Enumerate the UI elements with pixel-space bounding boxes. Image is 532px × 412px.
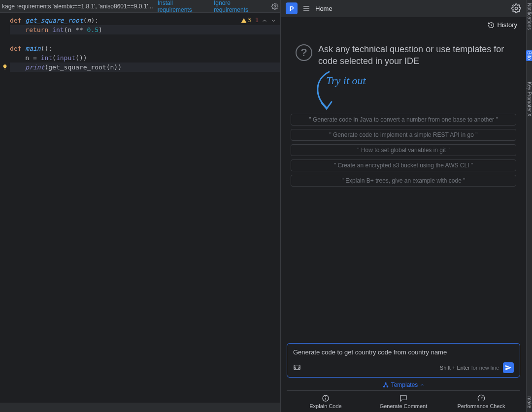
- prompt-input[interactable]: Generate code to get country code from c…: [293, 349, 514, 357]
- intro-block: ? Ask any technical question or use temp…: [281, 29, 526, 67]
- info-icon: [322, 394, 330, 402]
- assistant-header: P Home: [281, 0, 526, 17]
- code-line[interactable]: n = int(input()): [10, 53, 280, 63]
- history-button[interactable]: History: [281, 17, 526, 29]
- suggestion-item[interactable]: " Explain B+ trees, give an example with…: [291, 175, 516, 187]
- chevron-up-icon[interactable]: [262, 18, 267, 24]
- home-tab[interactable]: Home: [315, 5, 332, 12]
- svg-point-0: [274, 5, 275, 7]
- warning-count[interactable]: 3: [241, 16, 251, 25]
- svg-point-13: [326, 397, 326, 397]
- send-icon: [505, 364, 512, 371]
- editor-footer: [0, 403, 280, 412]
- code-line[interactable]: [10, 34, 280, 44]
- menu-icon[interactable]: [302, 4, 310, 12]
- code-line[interactable]: print(get_square_root(n)): [10, 63, 280, 72]
- templates-toggle[interactable]: Templates: [287, 378, 520, 390]
- explain-code-button[interactable]: Explain Code: [287, 391, 365, 412]
- code-line[interactable]: def get_square_root(n):: [10, 16, 280, 25]
- code-snippet-icon[interactable]: [293, 364, 301, 372]
- settings-icon[interactable]: [511, 3, 521, 13]
- gear-icon[interactable]: [271, 3, 278, 10]
- history-icon: [488, 22, 495, 29]
- intro-text: Ask any technical question or use templa…: [318, 43, 511, 67]
- chevron-up-icon: [420, 382, 425, 387]
- code-line[interactable]: return int(n ** 0.5): [10, 25, 280, 34]
- requirements-text: kage requirements 'alembic==1.8.1', 'ani…: [2, 3, 153, 10]
- hint-text: Shift + Enter for new line: [440, 365, 499, 371]
- prompt-box: Generate code to get country code from c…: [287, 343, 520, 378]
- assistant-pane: P Home History ? Ask any technical quest…: [281, 0, 526, 412]
- send-button[interactable]: [503, 362, 514, 373]
- svg-point-4: [515, 7, 518, 10]
- templates-icon: [382, 381, 389, 388]
- side-tab-keypromoter[interactable]: Key Promoter X: [527, 81, 532, 118]
- side-tab-make[interactable]: make: [527, 395, 532, 409]
- question-icon: ?: [296, 44, 312, 61]
- suggestion-list: " Generate code in Java to convert a num…: [281, 114, 526, 187]
- arrow-icon: [309, 69, 339, 114]
- side-tab-bito[interactable]: Bito: [526, 50, 532, 61]
- suggestion-item[interactable]: " Generate code to implement a simple RE…: [291, 129, 516, 141]
- suggestion-item[interactable]: " Create an encrypted s3 bucket using th…: [291, 159, 516, 171]
- lightbulb-icon[interactable]: [2, 64, 8, 70]
- gauge-icon: [477, 394, 485, 402]
- chevron-down-icon[interactable]: [270, 18, 276, 24]
- editor-status-indicators: 3 1: [241, 16, 276, 25]
- generate-comment-button[interactable]: Generate Comment: [365, 391, 442, 412]
- try-it-out-callout: Try it out: [300, 69, 526, 114]
- svg-line-10: [386, 384, 388, 386]
- right-tool-strip: Notifications Bito Key Promoter X make: [526, 0, 532, 412]
- provider-badge[interactable]: P: [286, 2, 298, 14]
- svg-line-14: [481, 397, 483, 398]
- suggestion-item[interactable]: " How to set global variables in git ": [291, 144, 516, 156]
- requirements-notification-bar: kage requirements 'alembic==1.8.1', 'ani…: [0, 0, 280, 13]
- svg-point-8: [385, 382, 387, 384]
- performance-check-button[interactable]: Performance Check: [442, 391, 520, 412]
- svg-point-7: [386, 386, 388, 388]
- highlight-count[interactable]: 1: [254, 16, 259, 25]
- ignore-requirements-link[interactable]: Ignore requirements: [214, 0, 266, 13]
- install-requirements-link[interactable]: Install requirements: [158, 0, 209, 13]
- code-line[interactable]: def main():: [10, 44, 280, 53]
- svg-point-6: [383, 386, 385, 388]
- suggestion-item[interactable]: " Generate code in Java to convert a num…: [291, 114, 516, 126]
- code-area[interactable]: 3 1 def get_square_root(n): return int(n…: [0, 13, 280, 403]
- footer-actions: Explain Code Generate Comment Performanc…: [287, 390, 520, 412]
- svg-line-9: [384, 384, 386, 386]
- comment-icon: [399, 394, 407, 402]
- editor-pane: kage requirements 'alembic==1.8.1', 'ani…: [0, 0, 281, 412]
- side-tab-notifications[interactable]: Notifications: [527, 2, 532, 31]
